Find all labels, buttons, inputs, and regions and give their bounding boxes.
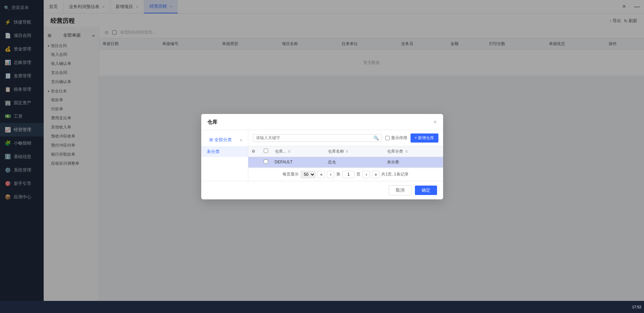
total-records: 共1页, 1条记录 [381, 171, 408, 177]
modal-search-wrap[interactable]: 🔍 [253, 134, 382, 142]
modal-toolbar: 🔍 显示停用 + 新增仓库 [248, 130, 443, 146]
select-all-checkbox[interactable] [264, 149, 268, 153]
prev-page-btn[interactable]: ‹ [327, 171, 334, 178]
row-0-name: 总仓 [325, 157, 384, 167]
taskbar-time: 17:52 [632, 305, 641, 309]
modal-close-btn[interactable]: × [433, 119, 437, 126]
row-0-checkbox[interactable] [260, 157, 271, 167]
page-prefix: 第 [336, 171, 340, 177]
row-0-code: DEFAULT [271, 157, 325, 167]
modal-per-page-select[interactable]: 50 [301, 171, 315, 178]
show-disabled-checkbox[interactable] [385, 136, 390, 140]
modal-body: ⊞ 全部分类 « 未分类 🔍 显示停用 + 新增仓库 [201, 130, 443, 181]
modal-right-panel: 🔍 显示停用 + 新增仓库 ⚙ [248, 130, 443, 181]
modal-left-panel: ⊞ 全部分类 « 未分类 [201, 130, 248, 181]
grid-icon: ⊞ [209, 137, 213, 142]
show-disabled-text: 显示停用 [391, 135, 407, 141]
modal-all-categories-btn[interactable]: ⊞ 全部分类 [205, 135, 236, 145]
col-warehouse-code: 仓库... ⇅ [271, 146, 325, 157]
first-page-btn[interactable]: « [317, 171, 325, 178]
taskbar-icons: 17:52 [632, 305, 641, 309]
row-0-gear [248, 157, 260, 167]
sort-icon-cat[interactable]: ⇅ [405, 150, 408, 153]
sort-icon-code[interactable]: ⇅ [288, 150, 291, 153]
modal-table-header: ⚙ 仓库... ⇅ 仓库名称 ⇅ [248, 146, 443, 157]
modal-actions: 取消 确定 [201, 181, 443, 199]
modal-table-wrap: ⚙ 仓库... ⇅ 仓库名称 ⇅ [248, 146, 443, 168]
modal-search-input[interactable] [256, 135, 374, 140]
per-page-label: 每页显示 [283, 171, 299, 177]
col-warehouse-name: 仓库名称 ⇅ [325, 146, 384, 157]
col-gear[interactable]: ⚙ [248, 146, 260, 157]
modal-footer-bar: 每页显示 50 « ‹ 第 页 › » 共1页, 1条记录 [248, 168, 443, 181]
gear-col-icon: ⚙ [252, 149, 255, 154]
modal-category-list: 未分类 [201, 146, 248, 178]
all-categories-label: 全部分类 [214, 137, 232, 143]
cancel-btn[interactable]: 取消 [389, 185, 412, 195]
show-disabled-label[interactable]: 显示停用 [385, 135, 407, 141]
row-0-select[interactable] [264, 159, 268, 164]
taskbar: 17:52 [0, 301, 644, 313]
warehouse-modal: 仓库 × ⊞ 全部分类 « 未分类 🔍 [201, 114, 443, 199]
modal-search-icon: 🔍 [374, 135, 379, 141]
col-warehouse-category: 仓库分类 ⇅ [384, 146, 443, 157]
col-checkbox-header[interactable] [260, 146, 271, 157]
add-warehouse-btn[interactable]: + 新增仓库 [411, 133, 438, 143]
modal-header: 仓库 × [201, 114, 443, 130]
modal-page-input[interactable] [342, 171, 354, 178]
collapse-left-btn[interactable]: « [237, 136, 245, 144]
modal-title: 仓库 [207, 119, 217, 125]
confirm-btn[interactable]: 确定 [415, 186, 437, 195]
last-page-btn[interactable]: » [372, 171, 379, 178]
next-page-btn[interactable]: › [362, 171, 370, 178]
modal-category-item-0[interactable]: 未分类 [201, 146, 248, 157]
sort-icon-name[interactable]: ⇅ [346, 150, 348, 153]
row-0-category: 未分类 [384, 157, 443, 167]
modal-table-row-0[interactable]: DEFAULT 总仓 未分类 [248, 157, 443, 167]
modal-page-suffix: 页 [356, 171, 360, 177]
modal-table: ⚙ 仓库... ⇅ 仓库名称 ⇅ [248, 146, 443, 168]
